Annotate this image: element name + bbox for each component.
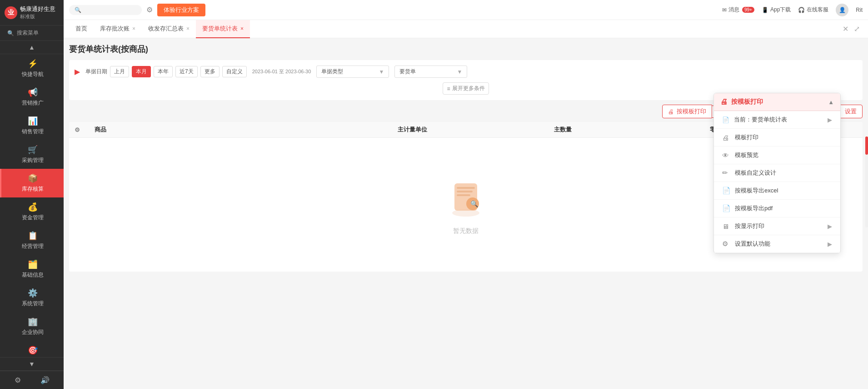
expand-label: 展开更多条件 — [452, 85, 485, 92]
svg-rect-4 — [457, 194, 470, 196]
print-icon: 🖨 — [668, 108, 674, 115]
type-filter-dropdown[interactable]: 单据类型 ▼ — [316, 66, 389, 78]
date-btn-this-year[interactable]: 本年 — [154, 66, 173, 77]
current-item-icon: 📄 — [722, 116, 729, 123]
template-print-icon: 🖨 — [722, 134, 730, 141]
topbar-gear-icon[interactable]: ⚙ — [146, 5, 153, 14]
export-pdf-icon: 📄 — [722, 204, 730, 212]
col-settings[interactable]: ⚙ — [75, 126, 85, 133]
col-unit: 主计量单位 — [398, 126, 545, 134]
export-pdf-label: 按模板导出pdf — [735, 204, 773, 212]
search-label: 搜索菜单 — [17, 29, 39, 37]
online-service-label: 在线客服 — [807, 6, 828, 14]
tab-expand-btn[interactable]: ⤢ — [851, 25, 863, 33]
logo-icon: 业 — [5, 6, 17, 19]
sidebar-item-label: 资金管理 — [22, 214, 44, 222]
filter-expand-arrow[interactable]: ▶ — [75, 67, 80, 76]
popup-item-template-print[interactable]: 🖨 模板打印 — [714, 129, 840, 147]
display-print-arrow: ▶ — [828, 223, 832, 230]
order-type-filter[interactable]: 要货单 ▼ — [394, 66, 467, 78]
type-filter-label: 单据类型 — [321, 68, 343, 76]
settings-footer-btn[interactable]: ⚙ — [15, 376, 21, 384]
date-btn-7days[interactable]: 近7天 — [175, 66, 198, 77]
speaker-footer-btn[interactable]: 🔊 — [40, 376, 50, 384]
tab-order-stats[interactable]: 要货单统计表 × — [196, 20, 250, 38]
scroll-down-arrow[interactable]: ▼ — [28, 359, 36, 369]
topbar-right-actions: ✉ 消息 99+ 📱 App下载 🎧 在线客服 👤 Rit — [722, 4, 863, 16]
popup-header: 🖨 按模板打印 ▲ — [714, 93, 840, 111]
date-filter-label: 单据日期 — [85, 68, 107, 76]
tab-collection-summary[interactable]: 收发存汇总表 × — [142, 20, 196, 38]
sidebar-item-guide[interactable]: 🎯 新手引导 — [0, 341, 64, 357]
trial-button[interactable]: 体验行业方案 — [157, 4, 205, 16]
template-print-label: 模板打印 — [735, 133, 758, 141]
messages-btn[interactable]: ✉ 消息 99+ — [722, 6, 754, 14]
scrollbar-thumb[interactable] — [865, 136, 868, 155]
settings-btn[interactable]: 设置 — [839, 105, 863, 118]
tab-inventory-batch[interactable]: 库存批次账 × — [94, 20, 142, 38]
popup-item-template-preview[interactable]: 👁 模板预览 — [714, 147, 840, 164]
popup-item-export-excel[interactable]: 📄 按模板导出excel — [714, 182, 840, 200]
popup-close-chevron[interactable]: ▲ — [828, 99, 834, 106]
corp-icon: 🏢 — [28, 317, 38, 327]
avatar[interactable]: 👤 — [836, 4, 848, 16]
default-func-icon: ⚙ — [722, 240, 730, 248]
app-download-btn[interactable]: 📱 App下载 — [762, 6, 791, 14]
tabs-bar: 首页 库存批次账 × 收发存汇总表 × 要货单统计表 × ✕ ⤢ — [64, 20, 868, 38]
sidebar-item-quick-nav[interactable]: ⚡ 快捷导航 — [0, 54, 64, 83]
sidebar-item-basic[interactable]: 🗂️ 基础信息 — [0, 255, 64, 283]
tab-close-inventory-batch[interactable]: × — [132, 25, 135, 32]
username: Rit — [856, 7, 863, 13]
svg-rect-2 — [457, 187, 475, 189]
sidebar-item-finance[interactable]: 💰 资金管理 — [0, 197, 64, 226]
search-input[interactable] — [81, 7, 131, 13]
guide-icon: 🎯 — [28, 345, 38, 355]
sidebar-item-system[interactable]: ⚙️ 系统管理 — [0, 283, 64, 312]
sidebar-item-label: 采购管理 — [22, 157, 44, 164]
tab-label: 首页 — [75, 25, 87, 33]
tab-close-collection-summary[interactable]: × — [186, 25, 190, 32]
topbar-search-box[interactable]: 🔍 — [69, 5, 142, 15]
sidebar-item-corp[interactable]: 🏢 企业协同 — [0, 312, 64, 341]
sidebar-item-label: 基础信息 — [22, 271, 44, 279]
sales-icon: 📊 — [28, 116, 38, 126]
popup-default-func-section[interactable]: ⚙ 设置默认功能 ▶ — [714, 235, 840, 253]
popup-item-template-design[interactable]: ✏ 模板自定义设计 — [714, 164, 840, 182]
brand-name: 畅康通好生意 — [20, 5, 55, 13]
search-icon: 🔍 — [75, 7, 81, 13]
app-download-icon: 📱 — [762, 7, 768, 13]
sidebar-item-inventory[interactable]: 📦 库存核算 — [0, 169, 64, 197]
online-service-btn[interactable]: 🎧 在线客服 — [798, 6, 828, 14]
sidebar-footer: ⚙ 🔊 — [0, 371, 64, 389]
popup-display-print-section[interactable]: 🖥 按显示打印 ▶ — [714, 217, 840, 235]
popup-title: 按模板打印 — [731, 98, 763, 106]
sidebar-item-operations[interactable]: 📋 经营管理 — [0, 226, 64, 255]
tab-home[interactable]: 首页 — [69, 20, 94, 38]
expand-conditions-btn[interactable]: ≡ 展开更多条件 — [443, 82, 489, 95]
print-template-btn[interactable]: 🖨 按模板打印 — [662, 105, 712, 118]
tab-close-all-btn[interactable]: ✕ — [840, 25, 851, 33]
date-btn-this-month[interactable]: 本月 — [132, 66, 151, 77]
avatar-icon: 👤 — [839, 7, 846, 13]
popup-item-export-pdf[interactable]: 📄 按模板导出pdf — [714, 200, 840, 217]
tab-close-order-stats[interactable]: × — [240, 25, 244, 32]
sidebar-item-purchase[interactable]: 🛒 采购管理 — [0, 140, 64, 169]
order-type-label: 要货单 — [399, 68, 416, 76]
purchase-icon: 🛒 — [28, 145, 38, 155]
template-preview-label: 模板预览 — [735, 151, 758, 159]
date-btn-more[interactable]: 更多 — [200, 66, 219, 77]
expand-icon: ≡ — [447, 86, 450, 92]
current-arrow-icon: ▶ — [828, 116, 832, 123]
sidebar-item-marketing[interactable]: 📢 营销推广 — [0, 83, 64, 111]
popup-current-item[interactable]: 📄 当前：要货单统计表 ▶ — [714, 111, 840, 129]
order-type-chevron-icon: ▼ — [457, 69, 462, 75]
svg-text:🔍: 🔍 — [470, 200, 479, 208]
filter-row: ▶ 单据日期 上月 本月 本年 近7天 更多 自定义 2023-06-01 至 … — [75, 66, 857, 78]
default-func-arrow: ▶ — [828, 241, 832, 248]
date-btn-last-month[interactable]: 上月 — [110, 66, 129, 77]
date-btn-custom[interactable]: 自定义 — [222, 66, 247, 77]
sidebar-item-sales[interactable]: 📊 销售管理 — [0, 111, 64, 140]
messages-badge: 99+ — [742, 7, 754, 13]
scroll-up-arrow[interactable]: ▲ — [28, 43, 36, 52]
sidebar-search[interactable]: 🔍 搜索菜单 — [0, 25, 64, 41]
